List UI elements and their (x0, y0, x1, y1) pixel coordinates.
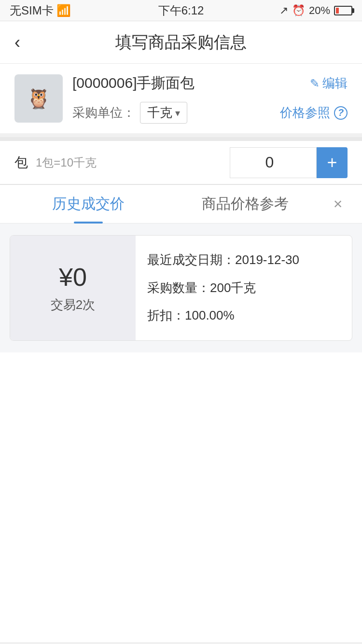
tab-header: 历史成交价 商品价格参考 × (0, 185, 362, 224)
product-header: [0000006]手撕面包 ✎ 编辑 (72, 73, 348, 93)
tab-close-button[interactable]: × (323, 190, 352, 219)
question-mark: ? (338, 107, 344, 118)
location-icon: ↗ (279, 4, 288, 17)
wifi-icon: 📶 (56, 4, 71, 17)
status-time: 下午6:12 (158, 3, 204, 18)
product-name: [0000006]手撕面包 (72, 73, 195, 93)
tab-price-ref[interactable]: 商品价格参考 (167, 185, 323, 224)
quantity-input-wrap: + (230, 147, 348, 178)
status-bar: 无SIM卡 📶 下午6:12 ↗ ⏰ 20% (0, 0, 362, 21)
battery-percent: 20% (309, 4, 330, 17)
history-card: ¥0 交易2次 最近成交日期：2019-12-30 采购数量：200千克 折扣：… (10, 235, 352, 341)
dropdown-arrow-icon: ▾ (175, 107, 180, 119)
purchase-qty-label: 采购数量： (147, 280, 210, 295)
section-divider (0, 137, 362, 141)
unit-value: 千克 (147, 104, 172, 121)
quantity-input[interactable] (230, 147, 317, 178)
sim-status: 无SIM卡 (10, 4, 56, 17)
purchase-unit: 采购单位： 千克 ▾ (72, 102, 187, 124)
discount-value: 100.00% (185, 308, 235, 322)
history-price: ¥0 (59, 263, 87, 292)
status-left: 无SIM卡 📶 (10, 3, 71, 18)
recent-date-row: 最近成交日期：2019-12-30 (147, 250, 340, 270)
product-image: 🦉 (14, 74, 63, 123)
history-right: 最近成交日期：2019-12-30 采购数量：200千克 折扣：100.00% (136, 236, 352, 340)
purchase-qty-value: 200千克 (210, 280, 256, 295)
discount-label: 折扣： (147, 308, 185, 322)
tab-panel: 历史成交价 商品价格参考 × ¥0 交易2次 最近成交日期：2019-12-30… (0, 184, 362, 352)
unit-selector[interactable]: 千克 ▾ (140, 102, 187, 124)
help-icon: ? (334, 106, 348, 120)
tab-content: ¥0 交易2次 最近成交日期：2019-12-30 采购数量：200千克 折扣：… (0, 224, 362, 352)
recent-date-value: 2019-12-30 (235, 252, 299, 267)
purchase-qty-row: 采购数量：200千克 (147, 278, 340, 298)
quantity-plus-button[interactable]: + (317, 147, 348, 178)
product-thumbnail-icon: 🦉 (27, 87, 51, 110)
discount-row: 折扣：100.00% (147, 306, 340, 326)
alarm-icon: ⏰ (292, 4, 305, 17)
quantity-section: 包 1包=10千克 + (0, 141, 362, 184)
product-code: [0000006] (72, 75, 137, 91)
purchase-row: 采购单位： 千克 ▾ 价格参照 ? (72, 102, 348, 124)
edit-button[interactable]: ✎ 编辑 (310, 75, 348, 92)
purchase-unit-label: 采购单位： (72, 104, 135, 121)
battery-fill (336, 8, 339, 14)
history-left: ¥0 交易2次 (10, 236, 136, 340)
recent-date-label: 最近成交日期： (147, 252, 235, 267)
history-trades: 交易2次 (51, 296, 95, 313)
tab1-label: 历史成交价 (52, 194, 125, 214)
status-right: ↗ ⏰ 20% (279, 4, 352, 17)
product-row: 🦉 [0000006]手撕面包 ✎ 编辑 采购单位： 千克 ▾ (14, 73, 348, 124)
edit-icon: ✎ (310, 77, 320, 90)
battery-icon (334, 6, 352, 15)
tab-history-price[interactable]: 历史成交价 (10, 185, 167, 224)
price-ref-label: 价格参照 (280, 104, 330, 121)
quantity-unit-label: 包 (14, 154, 28, 172)
main-content (0, 352, 362, 642)
page-title: 填写商品采购信息 (115, 31, 247, 54)
product-section: 🦉 [0000006]手撕面包 ✎ 编辑 采购单位： 千克 ▾ (0, 64, 362, 133)
tab2-label: 商品价格参考 (202, 194, 289, 214)
product-title: 手撕面包 (137, 75, 195, 91)
nav-bar: ‹ 填写商品采购信息 (0, 21, 362, 64)
product-info: [0000006]手撕面包 ✎ 编辑 采购单位： 千克 ▾ 价格参照 (72, 73, 348, 124)
back-button[interactable]: ‹ (14, 32, 43, 53)
quantity-sublabel: 1包=10千克 (36, 155, 230, 170)
edit-label: 编辑 (322, 75, 348, 92)
price-ref-button[interactable]: 价格参照 ? (280, 104, 348, 121)
